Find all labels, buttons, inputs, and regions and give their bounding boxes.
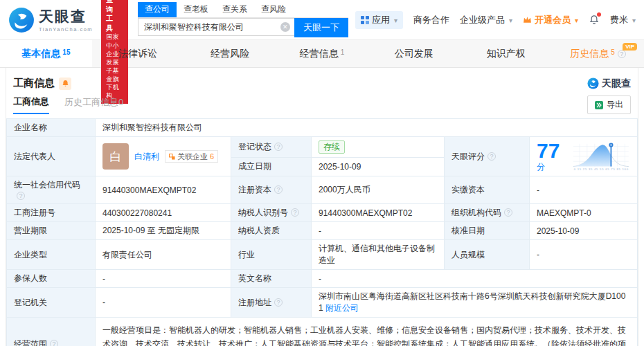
question-icon[interactable] <box>274 143 283 151</box>
business-info-table: 企业名称 深圳和聚智控科技有限公司 法定代表人 白 白清利 关联企业 6 <box>6 118 638 346</box>
caret-down-icon <box>508 15 512 25</box>
field-label: 实缴资本 <box>445 176 530 204</box>
nav-enterprise[interactable]: 企业级产品 <box>460 14 512 26</box>
tab-legal-proceedings[interactable]: 法律诉讼 <box>92 40 184 67</box>
search-input[interactable] <box>138 18 294 36</box>
question-icon[interactable] <box>504 208 512 217</box>
subtab-business-info[interactable]: 工商信息 <box>13 95 49 114</box>
section-title: 工商信息 <box>13 77 71 90</box>
caret-down-icon <box>393 15 397 25</box>
field-label: 纳税人识别号 <box>231 204 312 222</box>
field-label: 人员规模 <box>445 240 530 270</box>
subtab-history-business-info[interactable]: 历史工商信息0 <box>64 96 123 113</box>
field-label: 组织机构代码 <box>445 204 530 222</box>
field-label: 注册资本 <box>231 176 312 204</box>
subscribe-bell-icon[interactable] <box>59 78 71 90</box>
search-tab-relation[interactable]: 查关系 <box>215 2 254 17</box>
question-icon[interactable] <box>488 152 496 161</box>
question-icon[interactable] <box>618 50 626 58</box>
tab-operation-risk[interactable]: 经营风险 <box>184 40 276 67</box>
crown-icon <box>523 16 532 24</box>
watermark-logo: 天眼查 <box>587 78 631 90</box>
apps-grid-icon <box>361 16 369 24</box>
score-axis-labels: 0 15 25 35 45 55 65 75 85 100 <box>574 167 629 171</box>
content-container: 工商信息 天眼查 工商信息 历史工商信息0 <box>6 68 638 346</box>
caret-down-icon <box>573 15 578 25</box>
question-icon[interactable] <box>291 208 299 217</box>
field-label: 企业名称 <box>7 119 96 137</box>
question-icon[interactable] <box>17 192 25 200</box>
table-row: 参保人数 - 英文名称 - <box>7 270 638 288</box>
tianyancha-logo[interactable]: 天眼查 TianYanCha.com <box>8 7 93 33</box>
field-label: 登记状态 <box>231 137 312 158</box>
tab-company-development[interactable]: 公司发展 <box>368 40 460 67</box>
field-label: 登记机关 <box>7 288 96 318</box>
related-companies-badge[interactable]: 关联企业 6 <box>165 150 218 163</box>
field-label: 法定代表人 <box>7 137 96 176</box>
excel-icon <box>595 101 603 109</box>
search-tabs: 查公司 查老板 查关系 查风险 <box>138 2 348 18</box>
vip-badge: VIP <box>623 43 637 51</box>
field-label: 统一社会信用代码 <box>7 176 96 204</box>
score-value: 77 <box>537 139 560 162</box>
top-nav: 应用 商务合作 企业级产品 开通会员 费米 <box>355 11 636 29</box>
table-row: 企业名称 深圳和聚智控科技有限公司 <box>7 119 638 137</box>
business-scope-text: 一般经营项目是：智能机器人的研发；智能机器人销售；工业机器人安装、维修；信息安全… <box>96 318 638 346</box>
table-row: 经营范围 一般经营项目是：智能机器人的研发；智能机器人销售；工业机器人安装、维修… <box>7 318 638 346</box>
tianyancha-logo-icon <box>8 7 35 33</box>
field-label: 营业期限 <box>7 222 96 240</box>
brand-domain: TianYanCha.com <box>39 26 93 33</box>
question-icon[interactable] <box>274 298 283 307</box>
table-row: 法定代表人 白 白清利 关联企业 6 登记状态 <box>7 137 638 158</box>
score-distribution-chart: 0 15 25 35 45 55 65 75 85 100 <box>572 140 630 173</box>
field-label: 经营范围 <box>7 318 96 346</box>
nav-cooperation[interactable]: 商务合作 <box>413 14 449 26</box>
field-label: 成立日期 <box>231 157 312 176</box>
registered-address: 深圳市南山区粤海街道高新区社区科技南十路6号深圳航天科技创新研究院大厦D1001 <box>319 291 625 313</box>
top-header: 天眼查 TianYanCha.com 都在用的商业查询工具 国家中小企业发展子基… <box>0 0 644 40</box>
search-tab-company[interactable]: 查公司 <box>138 2 177 17</box>
status-badge: 存续 <box>319 140 345 154</box>
question-icon[interactable] <box>50 340 58 346</box>
search-button[interactable]: 天眼一下 <box>294 18 348 37</box>
table-row: 工商注册号 440300227080241 纳税人识别号 91440300MAE… <box>7 204 638 222</box>
search-tab-risk[interactable]: 查风险 <box>254 2 293 17</box>
notification-dot <box>597 12 601 17</box>
relation-icon <box>169 154 175 160</box>
notifications-bell[interactable] <box>589 15 600 26</box>
caret-down-icon <box>631 15 636 25</box>
table-row: 统一社会信用代码 91440300MAEXQMPT02 注册资本 2000万人民… <box>7 176 638 204</box>
question-icon[interactable] <box>274 185 283 194</box>
field-label: 纳税人资质 <box>231 222 312 240</box>
export-button[interactable]: 导出 <box>587 95 631 114</box>
table-row: 企业类型 有限责任公司 行业 计算机、通信和其他电子设备制造业 人员规模 - <box>7 240 638 270</box>
nav-user[interactable]: 费米 <box>610 14 636 26</box>
tianyancha-logo-icon <box>587 78 599 89</box>
legal-rep-avatar[interactable]: 白 <box>102 143 129 170</box>
page-tabs: 基本信息 15 法律诉讼 经营风险 经营信息 1 公司发展 知识产权 VIP 历… <box>0 40 644 68</box>
nav-vip-upgrade[interactable]: 开通会员 <box>523 14 578 26</box>
legal-rep-name-link[interactable]: 白清利 <box>134 151 159 163</box>
field-label: 核准日期 <box>445 222 530 240</box>
tab-basic-info[interactable]: 基本信息 15 <box>0 40 92 67</box>
tab-history-info[interactable]: VIP 历史信息 5 <box>552 40 644 67</box>
field-label: 企业类型 <box>7 240 96 270</box>
field-label: 英文名称 <box>231 270 312 288</box>
company-name-value: 深圳和聚智控科技有限公司 <box>96 119 638 137</box>
clear-icon[interactable] <box>280 22 290 32</box>
field-label: 行业 <box>231 240 312 270</box>
field-label: 参保人数 <box>7 270 96 288</box>
table-row: 营业期限 2025-10-09 至 无固定期限 纳税人资质 - 核准日期 202… <box>7 222 638 240</box>
brand-name: 天眼查 <box>39 7 93 26</box>
field-label: 工商注册号 <box>7 204 96 222</box>
field-label: 注册地址 <box>231 288 312 318</box>
tab-operation-info[interactable]: 经营信息 1 <box>276 40 368 67</box>
search-block: 查公司 查老板 查关系 查风险 天眼一下 <box>138 2 348 37</box>
tianyan-score: 77分 <box>537 140 630 173</box>
field-label: 天眼评分 <box>445 137 530 176</box>
tab-intellectual-property[interactable]: 知识产权 <box>460 40 552 67</box>
nearby-companies-link[interactable]: 附近公司 <box>325 303 359 313</box>
nav-apps[interactable]: 应用 <box>355 11 403 29</box>
search-tab-boss[interactable]: 查老板 <box>177 2 215 17</box>
table-row: 登记机关 - 注册地址 深圳市南山区粤海街道高新区社区科技南十路6号深圳航天科技… <box>7 288 638 318</box>
